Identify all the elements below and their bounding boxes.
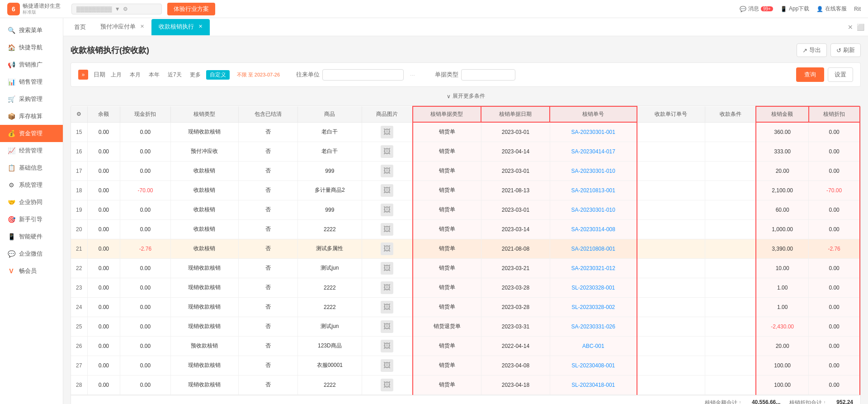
cell-receipt-order-no (637, 181, 705, 200)
sidebar-item-finance[interactable]: 💰 资金管理 (0, 125, 63, 142)
cell-bill-date: 2023-03-28 (481, 278, 550, 297)
sidebar-item-collab[interactable]: 🤝 企业协同 (0, 194, 63, 211)
refresh-button[interactable]: ↺ 刷新 (830, 43, 861, 57)
cell-bill-no: SA-20230321-012 (550, 258, 637, 278)
cell-cash-discount: 0.00 (120, 356, 171, 375)
cell-bill-no: SA-20230414-017 (550, 142, 637, 161)
cell-bill-date: 2023-03-01 (481, 122, 550, 142)
sidebar-item-nav[interactable]: 🏠 快捷导航 (0, 39, 63, 56)
cell-writeoff-discount: -70.00 (809, 181, 860, 200)
brand-icon-text: 6 (12, 5, 15, 13)
doctype-select[interactable] (461, 69, 515, 81)
system-icon: ⚙ (7, 181, 15, 189)
sidebar-item-guide[interactable]: 🎯 新手引导 (0, 211, 63, 228)
tab-writeoff-close[interactable]: ✕ (198, 24, 203, 29)
cell-balance: 0.00 (87, 278, 120, 297)
maximize-icon[interactable]: ⬜ (857, 24, 864, 31)
cell-bill-no: SA-20230301-010 (550, 200, 637, 219)
cell-id: 18 (71, 181, 87, 200)
last7-link[interactable]: 近7天 (165, 70, 184, 80)
cell-receipt-terms (705, 297, 756, 317)
settings-icon[interactable]: ⚙ (123, 6, 128, 12)
cell-include-settled: 否 (239, 297, 298, 317)
cell-include-settled: 否 (239, 258, 298, 278)
date-label: 日期 (94, 71, 105, 79)
cell-bill-no: SL-20230328-001 (550, 278, 637, 297)
sidebar-item-wechat[interactable]: 💬 企业微信 (0, 245, 63, 262)
export-button[interactable]: ↗ 导出 (797, 43, 827, 57)
date-filter-group: 日期 上月 本月 本年 近7天 更多 自定义 (94, 70, 230, 80)
app-download-group[interactable]: 📱 App下载 (780, 5, 809, 13)
col-include-settled: 包含已结清 (239, 106, 298, 122)
brand-name: 畅捷通谱好生意 (23, 3, 61, 9)
col-settings[interactable]: ⚙ (71, 106, 87, 122)
tab-prepay-close[interactable]: ✕ (140, 24, 144, 29)
doctype-label: 单据类型 (435, 71, 458, 79)
table-row: 15 0.00 0.00 现销收款核销 否 老白干 🖼 销货单 2023-03-… (71, 122, 860, 142)
cell-writeoff-discount: 0.00 (809, 219, 860, 239)
expand-more-btn[interactable]: ∨ 展开更多条件 (443, 90, 489, 102)
sidebar-item-sales[interactable]: 📊 销售管理 (0, 73, 63, 90)
cell-receipt-terms (705, 161, 756, 181)
cell-bill-type: 销货单 (413, 336, 481, 356)
sidebar-item-hardware[interactable]: 📱 智能硬件 (0, 228, 63, 245)
page-title: 收款核销执行(按收款) (71, 45, 149, 56)
cell-receipt-terms (705, 200, 756, 219)
col-product: 商品 (297, 106, 362, 122)
sidebar-item-marketing[interactable]: 📢 营销推广 (0, 56, 63, 73)
sidebar-item-search[interactable]: 🔍 搜索菜单 (0, 22, 63, 39)
tab-home[interactable]: 首页 (67, 19, 93, 35)
query-button[interactable]: 查询 (796, 67, 824, 82)
this-month-link[interactable]: 本月 (127, 70, 143, 80)
cell-bill-type: 销货单 (413, 219, 481, 239)
cell-product-image: 🖼 (362, 278, 412, 297)
sales-icon: 📊 (7, 78, 15, 86)
tab-bar: 首页 预付冲应付单 ✕ 收款核销执行 ✕ ✕ ⬜ (63, 18, 868, 36)
table-row: 25 0.00 0.00 现销收款核销 否 测试jun 🖼 销货退货单 2023… (71, 317, 860, 336)
service-group[interactable]: 👤 在线客服 (816, 5, 847, 13)
cell-writeoff-type: 现销收款核销 (170, 356, 238, 375)
search-decoration: ▓▓▓▓▓▓▓▓▓ (76, 6, 112, 12)
chevron-down-icon[interactable]: ▼ (115, 6, 120, 12)
this-year-link[interactable]: 本年 (146, 70, 162, 80)
tab-prepay[interactable]: 预付冲应付单 ✕ (93, 19, 151, 35)
table-row: 18 0.00 -70.00 收款核销 否 多计量商品2 🖼 销货单 2021-… (71, 181, 860, 200)
sidebar-item-basic[interactable]: 📋 基础信息 (0, 159, 63, 176)
cell-id: 21 (71, 239, 87, 258)
partner-input[interactable] (322, 69, 404, 81)
sidebar-item-member[interactable]: V 畅会员 (0, 262, 63, 280)
sidebar-item-inventory[interactable]: 📦 库存核算 (0, 108, 63, 125)
sidebar-item-purchase[interactable]: 🛒 采购管理 (0, 90, 63, 108)
cell-balance: 0.00 (87, 258, 120, 278)
cell-product: 123D商品 (297, 336, 362, 356)
cell-bill-date: 2021-08-13 (481, 181, 550, 200)
filter-toggle-btn[interactable]: » (78, 70, 88, 80)
cell-id: 19 (71, 200, 87, 219)
cell-receipt-terms (705, 219, 756, 239)
expand-more-row: ∨ 展开更多条件 (71, 90, 861, 102)
settings-button[interactable]: 设置 (828, 67, 853, 82)
cell-receipt-order-no (637, 336, 705, 356)
cell-writeoff-discount: 0.00 (809, 122, 860, 142)
custom-date-btn[interactable]: 自定义 (206, 70, 230, 80)
cell-writeoff-amount: 100.00 (756, 375, 809, 394)
purchase-icon: 🛒 (7, 95, 15, 103)
cell-bill-date: 2022-04-14 (481, 336, 550, 356)
cell-product: 测试多属性 (297, 239, 362, 258)
export-icon: ↗ (802, 47, 807, 54)
solution-button[interactable]: 体验行业方案 (167, 3, 215, 15)
more-link[interactable]: 更多 (187, 70, 203, 80)
date-range-display: 不限 至 2023-07-26 (237, 71, 280, 78)
cell-product: 测试jun (297, 258, 362, 278)
tab-writeoff[interactable]: 收款核销执行 ✕ (151, 19, 210, 35)
cell-writeoff-discount: 0.00 (809, 297, 860, 317)
last-month-link[interactable]: 上月 (108, 70, 124, 80)
close-window-icon[interactable]: ✕ (848, 24, 853, 31)
footer-total-discount: 952.24 (836, 399, 853, 404)
message-icon-group[interactable]: 💬 消息 99+ (740, 5, 773, 13)
cell-id: 16 (71, 142, 87, 161)
sidebar-item-system[interactable]: ⚙ 系统管理 (0, 176, 63, 194)
sidebar-item-operation[interactable]: 📈 经营管理 (0, 142, 63, 159)
user-group[interactable]: Rit (854, 6, 861, 12)
sidebar-label-member: 畅会员 (19, 267, 37, 275)
